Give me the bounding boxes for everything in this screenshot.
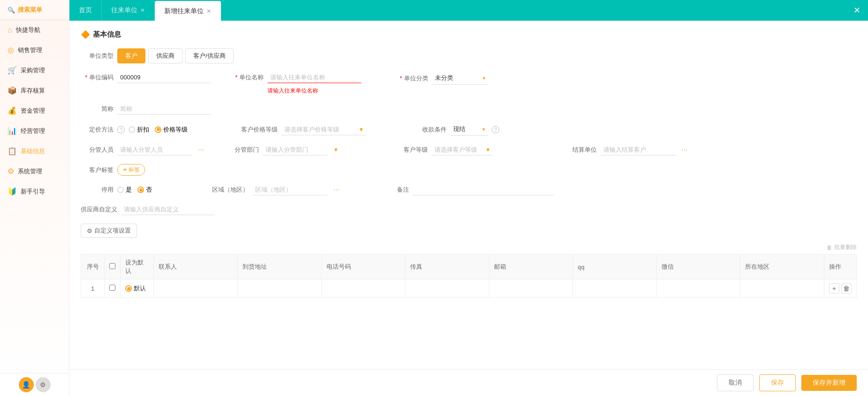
tab-new-counterpart-close[interactable]: ✕ bbox=[206, 8, 211, 15]
sidebar-label: 系统管理 bbox=[18, 167, 42, 176]
payment-terms-label: 收款条件 bbox=[419, 125, 447, 134]
manager-field: 分管人员 ··· bbox=[81, 144, 231, 155]
custom-settings-btn[interactable]: ⚙ 自定义项设置 bbox=[81, 224, 137, 238]
pricing-method-label: 定价方法 bbox=[81, 125, 114, 134]
customer-level-wrapper: ▼ bbox=[432, 144, 498, 155]
th-phone: 电话号码 bbox=[321, 255, 405, 280]
section-title: 🔶 基本信息 bbox=[81, 30, 857, 39]
row-phone-input[interactable] bbox=[327, 285, 401, 292]
search-menu-item[interactable]: 🔍 搜索菜单 bbox=[0, 0, 69, 20]
pricing-level-option[interactable]: 价格等级 bbox=[155, 125, 188, 134]
row-fax[interactable] bbox=[405, 280, 489, 298]
unit-name-input[interactable] bbox=[267, 72, 361, 83]
region-input[interactable] bbox=[252, 184, 327, 195]
th-default: 设为默认 bbox=[121, 255, 154, 280]
select-all-checkbox[interactable] bbox=[109, 263, 115, 269]
disabled-yes-option[interactable]: 是 bbox=[117, 186, 132, 194]
sidebar-item-system[interactable]: ⚙ 系统管理 bbox=[0, 161, 69, 181]
sidebar-item-operations[interactable]: 📊 经营管理 bbox=[0, 121, 69, 141]
trash-icon: 🗑 bbox=[827, 244, 832, 251]
type-btn-supplier[interactable]: 供应商 bbox=[148, 48, 183, 63]
row-fax-input[interactable] bbox=[410, 285, 484, 292]
pricing-discount-option[interactable]: 折扣 bbox=[129, 125, 149, 134]
row-wechat[interactable] bbox=[656, 280, 740, 298]
sidebar-item-quick-nav[interactable]: ⌂ 快捷导航 bbox=[0, 20, 69, 40]
short-name-input[interactable] bbox=[117, 103, 211, 115]
batch-delete-btn[interactable]: 🗑 批量删除 bbox=[827, 243, 857, 251]
manager-ellipsis[interactable]: ··· bbox=[196, 146, 206, 154]
row-num: 1 bbox=[81, 280, 105, 298]
type-btn-both[interactable]: 客户/供应商 bbox=[185, 48, 234, 63]
sidebar-item-finance[interactable]: 💰 资金管理 bbox=[0, 101, 69, 121]
bottom-bar: 取消 保存 保存并新增 bbox=[69, 369, 868, 396]
unit-type-field: 单位类型 客户 供应商 客户/供应商 bbox=[81, 48, 857, 63]
row-contact[interactable] bbox=[154, 280, 238, 298]
disabled-no-radio bbox=[137, 186, 144, 193]
remarks-field: 备注 bbox=[390, 184, 857, 195]
customer-level-input[interactable] bbox=[432, 144, 493, 155]
region-label: 区域（地区） bbox=[212, 186, 249, 194]
pricing-help-icon[interactable]: ? bbox=[117, 126, 125, 133]
row-email[interactable] bbox=[489, 280, 573, 298]
sidebar-label: 库存核算 bbox=[21, 86, 45, 95]
sidebar-label: 基础信息 bbox=[21, 147, 45, 155]
row-location-input[interactable] bbox=[745, 285, 819, 292]
tab-counterparts[interactable]: 往来单位 ✕ bbox=[102, 0, 155, 21]
sidebar-settings[interactable]: ⚙ bbox=[36, 377, 51, 392]
row-address-input[interactable] bbox=[243, 285, 317, 292]
dept-input[interactable] bbox=[263, 144, 328, 155]
region-ellipsis[interactable]: ··· bbox=[331, 186, 341, 194]
type-btn-customer[interactable]: 客户 bbox=[117, 48, 145, 63]
save-new-button[interactable]: 保存并新增 bbox=[801, 375, 857, 391]
payment-terms-wrapper: 现结 ▼ bbox=[450, 123, 488, 136]
system-icon: ⚙ bbox=[8, 167, 14, 176]
tag-btn-label: + 标签 bbox=[124, 166, 140, 174]
unit-category-value[interactable]: 未分类 bbox=[432, 72, 488, 85]
cancel-button[interactable]: 取消 bbox=[717, 374, 754, 391]
row-address[interactable] bbox=[238, 280, 322, 298]
th-action: 操作 bbox=[824, 255, 856, 280]
row-wechat-input[interactable] bbox=[662, 285, 736, 292]
row-email-input[interactable] bbox=[494, 285, 568, 292]
row-default: 默认 bbox=[121, 280, 154, 298]
sidebar-label: 经营管理 bbox=[21, 127, 45, 135]
row-default-radio-item[interactable]: 默认 bbox=[125, 284, 149, 293]
row-qq-input[interactable] bbox=[578, 285, 652, 292]
tab-home[interactable]: 首页 bbox=[69, 0, 102, 21]
row-checkbox[interactable] bbox=[109, 285, 115, 291]
row-location[interactable] bbox=[740, 280, 824, 298]
dept-label: 分管部门 bbox=[231, 146, 259, 154]
main-close-btn[interactable]: ✕ bbox=[846, 5, 868, 16]
row-contact-input[interactable] bbox=[159, 285, 233, 292]
remarks-input[interactable] bbox=[413, 184, 554, 195]
manager-input[interactable] bbox=[117, 144, 192, 155]
customer-price-level-input[interactable] bbox=[282, 124, 366, 135]
add-tag-btn[interactable]: + + 标签 bbox=[117, 164, 145, 176]
unit-code-label: 单位编码 bbox=[81, 73, 114, 82]
sidebar-avatar[interactable]: 👤 bbox=[19, 377, 34, 392]
save-button[interactable]: 保存 bbox=[759, 374, 796, 391]
tab-new-counterpart[interactable]: 新增往来单位 ✕ bbox=[155, 1, 221, 22]
row-action-icons: + 🗑 bbox=[829, 283, 852, 294]
sidebar-item-purchase[interactable]: 🛒 采购管理 bbox=[0, 60, 69, 80]
row-add-btn[interactable]: + bbox=[829, 283, 839, 294]
payment-terms-value[interactable]: 现结 bbox=[450, 123, 488, 136]
disabled-no-option[interactable]: 否 bbox=[137, 186, 152, 194]
unit-code-input[interactable] bbox=[117, 72, 211, 83]
tab-counterparts-label: 往来单位 bbox=[111, 6, 137, 15]
sidebar-item-inventory[interactable]: 📦 库存核算 bbox=[0, 80, 69, 101]
sidebar-item-basic-info[interactable]: 📋 基础信息 bbox=[0, 141, 69, 161]
tab-counterparts-close[interactable]: ✕ bbox=[140, 7, 145, 14]
payment-terms-help-icon[interactable]: ? bbox=[492, 126, 499, 133]
settlement-unit-input[interactable] bbox=[601, 144, 676, 155]
sidebar-item-sales[interactable]: ◎ 销售管理 bbox=[0, 40, 69, 60]
settlement-ellipsis[interactable]: ··· bbox=[679, 146, 689, 154]
row-phone[interactable] bbox=[321, 280, 405, 298]
supplier-custom-input[interactable] bbox=[121, 204, 215, 215]
customer-price-level-field: 客户价格等级 ▼ bbox=[240, 124, 419, 135]
disabled-label: 停用 bbox=[81, 186, 114, 194]
sidebar-item-guide[interactable]: 🔰 新手引导 bbox=[0, 181, 69, 202]
row-qq[interactable] bbox=[573, 280, 657, 298]
th-email: 邮箱 bbox=[489, 255, 573, 280]
row-delete-btn[interactable]: 🗑 bbox=[841, 283, 852, 294]
